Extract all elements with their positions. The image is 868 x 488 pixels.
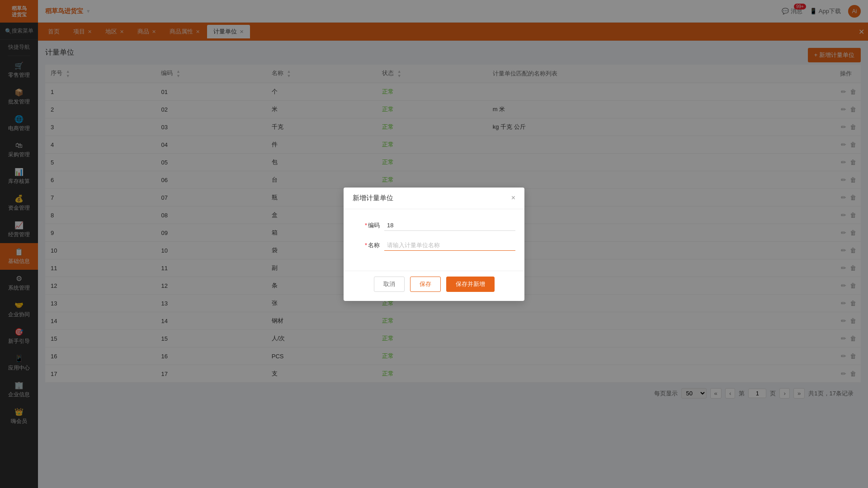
- modal-body: *编码 *名称: [344, 209, 524, 271]
- cancel-button[interactable]: 取消: [374, 277, 405, 292]
- name-form-row: *名称: [353, 240, 515, 251]
- save-and-new-button[interactable]: 保存并新增: [446, 277, 495, 292]
- code-input[interactable]: [384, 220, 515, 231]
- name-required-mark: *: [365, 242, 367, 249]
- code-form-row: *编码: [353, 220, 515, 231]
- add-unit-modal: 新增计量单位 × *编码 *名称 取消 保存 保存并新增: [344, 188, 524, 301]
- modal-header: 新增计量单位 ×: [344, 188, 524, 209]
- name-input[interactable]: [384, 240, 515, 251]
- code-label: *编码: [353, 221, 380, 230]
- code-required-mark: *: [365, 222, 367, 229]
- modal-title: 新增计量单位: [353, 194, 393, 202]
- modal-footer: 取消 保存 保存并新增: [344, 271, 524, 301]
- modal-overlay[interactable]: 新增计量单位 × *编码 *名称 取消 保存 保存并新增: [0, 0, 868, 488]
- name-label: *名称: [353, 241, 380, 249]
- save-button[interactable]: 保存: [410, 277, 441, 292]
- modal-close-button[interactable]: ×: [511, 194, 515, 202]
